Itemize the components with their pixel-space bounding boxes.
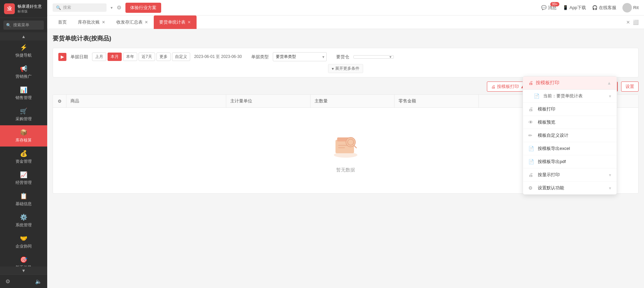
tab-expand-icon[interactable]: ⬜ — [633, 20, 639, 25]
topbar-search-icon: 🔍 — [56, 5, 61, 10]
dropdown-collapse-icon[interactable]: ▲ — [607, 81, 611, 86]
settings-icon[interactable]: ⚙ — [5, 278, 10, 285]
filter-row: ▶ 单据日期 上月 本月 本年 近7天 更多 自定义 2023-06-01 至 … — [58, 52, 633, 61]
app-download-btn[interactable]: 📱 App下载 — [563, 5, 586, 11]
user-avatar[interactable]: Rit — [622, 3, 639, 12]
date-btn-7days[interactable]: 近7天 — [139, 53, 155, 61]
sidebar-item-finance[interactable]: 💰 资金管理 — [0, 147, 47, 168]
sidebar-item-operations[interactable]: 📈 经营管理 — [0, 168, 47, 189]
export-excel-icon: 📄 — [528, 146, 534, 151]
svg-rect-7 — [338, 147, 345, 148]
date-btn-this-year[interactable]: 本年 — [123, 53, 137, 61]
print-header-icon: 🖨 — [528, 80, 533, 86]
trial-btn[interactable]: 体验行业方案 — [125, 3, 161, 13]
empty-text: 暂无数据 — [336, 167, 355, 173]
tab-close-inventory-batch[interactable]: ✕ — [102, 20, 105, 25]
online-service-btn[interactable]: 🎧 在线客服 — [592, 5, 616, 11]
sidebar-item-collab[interactable]: 🤝 企业协同 — [0, 231, 47, 253]
template-print-icon: 🖨 — [528, 106, 534, 112]
search-icon: 🔍 — [6, 23, 11, 28]
sidebar-bottom: ⚙ 🔈 — [0, 275, 47, 288]
sidebar-nav: ⚡ 快捷导航 📢 营销推广 📊 销售管理 🛒 采购管理 📦 库存核算 💰 资金管… — [0, 40, 47, 266]
marketing-icon: 📢 — [20, 65, 27, 72]
tab-close-order-stats[interactable]: ✕ — [187, 20, 191, 25]
content-area: 要货单统计表(按商品) ▶ 单据日期 上月 本月 本年 近7天 更多 自定义 2 — [47, 29, 644, 288]
service-icon: 🎧 — [592, 5, 597, 10]
th-product: 商品 — [66, 95, 226, 107]
sales-icon: 📊 — [20, 86, 27, 94]
print-dropdown-menu: 🖨 按模板打印 ▲ 📄 当前：要货单统计表 ▾ 🖨 模板打印 👁 模板预览 ✏ — [523, 76, 617, 195]
tab-close-window-icon[interactable]: ✕ — [626, 20, 630, 25]
audio-icon[interactable]: 🔈 — [35, 278, 42, 285]
sidebar-item-quick-nav[interactable]: ⚡ 快捷导航 — [0, 40, 47, 62]
sidebar-item-purchase[interactable]: 🛒 采购管理 — [0, 104, 47, 125]
select-chevron2-icon: ▾ — [389, 55, 391, 59]
dropdown-title: 🖨 按模板打印 — [528, 80, 559, 86]
svg-line-5 — [354, 146, 356, 148]
topbar: 🔍 搜索 ▾ ⚙ 体验行业方案 💬 消息 99+ 📱 App下载 🎧 在线客服 … — [47, 0, 644, 15]
guide-icon: 🎯 — [20, 256, 27, 263]
dropdown-set-default[interactable]: ⚙ 设置默认功能 ▾ — [523, 182, 617, 194]
display-print-arrow: ▾ — [609, 172, 611, 178]
sidebar-item-sales[interactable]: 📊 销售管理 — [0, 83, 47, 104]
th-amount: 零售金额 — [394, 95, 479, 107]
current-template-arrow: ▾ — [609, 94, 611, 99]
filter-expand-icon[interactable]: ▶ — [58, 53, 66, 61]
sidebar-logo: 业 畅康通好生意 标准版 — [0, 0, 47, 18]
dropdown-display-print[interactable]: 🖨 按显示打印 ▾ — [523, 168, 617, 182]
set-default-icon: ⚙ — [528, 185, 534, 191]
collab-icon: 🤝 — [20, 235, 27, 242]
dropdown-current-template[interactable]: 📄 当前：要货单统计表 ▾ — [523, 90, 617, 103]
sidebar-item-basic[interactable]: 📋 基础信息 — [0, 189, 47, 210]
purchase-icon: 🛒 — [20, 107, 27, 115]
date-btn-custom[interactable]: 自定义 — [172, 53, 190, 61]
sidebar-scroll-down[interactable]: ▼ — [0, 266, 47, 275]
expand-row: ▾ 展开更多条件 — [58, 64, 633, 73]
dropdown-template-preview[interactable]: 👁 模板预览 — [523, 116, 617, 129]
tab-home[interactable]: 首页 — [53, 15, 72, 29]
sidebar-item-system[interactable]: ⚙️ 系统管理 — [0, 210, 47, 231]
svg-rect-6 — [338, 145, 348, 146]
dropdown-template-print[interactable]: 🖨 模板打印 — [523, 103, 617, 116]
th-qty: 主数量 — [311, 95, 395, 107]
dropdown-template-design[interactable]: ✏ 模板自定义设计 — [523, 129, 617, 142]
date-btn-more[interactable]: 更多 — [156, 53, 171, 61]
dropdown-export-excel[interactable]: 📄 按模板导出excel — [523, 142, 617, 155]
topbar-search[interactable]: 🔍 搜索 — [53, 3, 107, 12]
sidebar-search[interactable]: 🔍 搜索菜单 — [3, 21, 44, 30]
dropdown-export-pdf[interactable]: 📄 按模板导出pdf — [523, 155, 617, 168]
tab-receipt-summary[interactable]: 收发存汇总表 ✕ — [111, 15, 154, 29]
dropdown-header: 🖨 按模板打印 ▲ — [523, 76, 617, 90]
current-template-icon: 📄 — [534, 93, 540, 99]
tab-inventory-batch[interactable]: 库存批次账 ✕ — [72, 15, 111, 29]
export-pdf-icon: 📄 — [528, 159, 534, 164]
settings-btn[interactable]: 设置 — [621, 82, 639, 92]
logo-icon: 业 — [4, 3, 15, 14]
table-settings-icon: ⚙ — [58, 99, 62, 104]
inventory-icon: 📦 — [20, 129, 27, 136]
date-range: 2023-06-01 至 2023-06-30 — [194, 54, 242, 60]
doc-type-select[interactable]: 要货单类型 ▾ — [273, 52, 327, 61]
goods-warehouse-select[interactable]: ▾ — [353, 55, 394, 59]
topbar-gear-icon[interactable]: ⚙ — [117, 4, 121, 11]
date-btn-last-month[interactable]: 上月 — [92, 53, 106, 61]
sidebar-scroll-up[interactable]: ▲ — [0, 32, 47, 40]
sidebar: 业 畅康通好生意 标准版 🔍 搜索菜单 ▲ ⚡ 快捷导航 📢 营销推广 📊 销售… — [0, 0, 47, 288]
messages-btn[interactable]: 💬 消息 99+ — [541, 5, 557, 11]
topbar-right: 💬 消息 99+ 📱 App下载 🎧 在线客服 Rit — [541, 3, 639, 12]
th-unit: 主计量单位 — [226, 95, 311, 107]
tab-order-stats[interactable]: 要货单统计表 ✕ — [154, 15, 197, 29]
date-btn-this-month[interactable]: 本月 — [108, 53, 122, 61]
sidebar-item-guide[interactable]: 🎯 新手引导 — [0, 253, 47, 266]
topbar-chevron-icon[interactable]: ▾ — [111, 5, 113, 10]
expand-more-btn[interactable]: ▾ 展开更多条件 — [328, 64, 363, 73]
template-preview-icon: 👁 — [528, 120, 534, 125]
tab-close-receipt-summary[interactable]: ✕ — [145, 20, 148, 25]
app-download-icon: 📱 — [563, 5, 568, 10]
operations-icon: 📈 — [20, 171, 27, 179]
expand-icon: ▾ — [332, 66, 334, 71]
sidebar-item-marketing[interactable]: 📢 营销推广 — [0, 62, 47, 83]
th-settings[interactable]: ⚙ — [53, 95, 66, 107]
sidebar-item-inventory[interactable]: 📦 库存核算 — [0, 125, 47, 147]
date-buttons: 上月 本月 本年 近7天 更多 自定义 — [92, 53, 190, 61]
